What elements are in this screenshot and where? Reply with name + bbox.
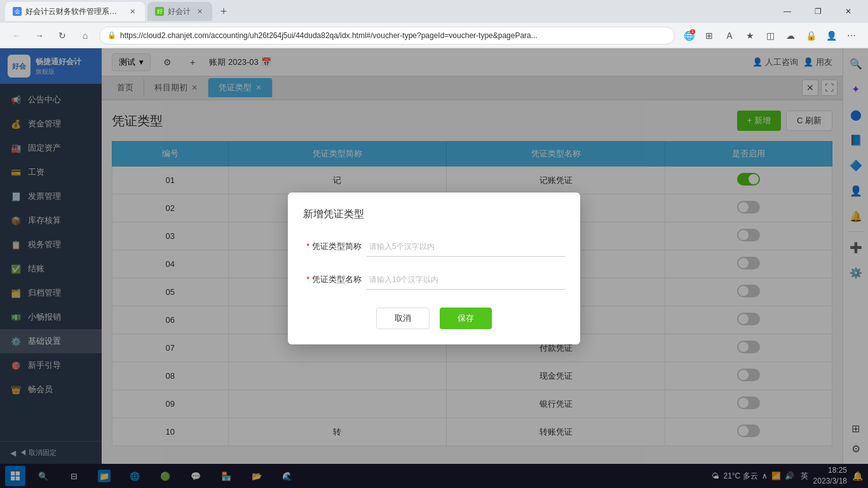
new-voucher-modal: 新增凭证类型 * 凭证类型简称 * 凭证类型名称 取消 保存 bbox=[288, 193, 580, 344]
back-button[interactable]: ← bbox=[8, 27, 25, 44]
name-input[interactable] bbox=[367, 269, 565, 290]
notification-dot: 1 bbox=[690, 29, 695, 34]
new-tab-button[interactable]: + bbox=[215, 3, 233, 20]
browser-toolbar: 🌐 1 ⊞ A ★ ◫ ☁ 🔒 👤 ⋯ bbox=[680, 27, 860, 44]
save-button[interactable]: 保存 bbox=[440, 308, 492, 329]
url-text: https://cloud2.chanjet.com/accounting/uh… bbox=[120, 31, 538, 40]
required-star-name: * bbox=[306, 274, 309, 284]
tab-bar: 会 好会计云财务软件管理系统_会计 ✕ 好 好会计 ✕ + — ❐ ✕ bbox=[0, 0, 868, 23]
close-window-button[interactable]: ✕ bbox=[834, 2, 863, 21]
reload-button[interactable]: ↻ bbox=[53, 27, 71, 44]
profile-icon[interactable]: 👤 bbox=[822, 27, 840, 44]
abbr-input[interactable] bbox=[367, 236, 565, 257]
tab-favicon-2: 好 bbox=[155, 7, 164, 16]
modal-title: 新增凭证类型 bbox=[303, 208, 565, 221]
abbr-label-text: 凭证类型简称 bbox=[312, 241, 362, 251]
tab-label-2: 好会计 bbox=[168, 6, 191, 17]
extension-icon-1[interactable]: 🌐 1 bbox=[680, 27, 698, 44]
browser-tab-2[interactable]: 好 好会计 ✕ bbox=[147, 2, 212, 21]
extension-icon-3[interactable]: A bbox=[721, 27, 738, 44]
window-controls: — ❐ ✕ bbox=[773, 2, 863, 21]
browser-chrome: 会 好会计云财务软件管理系统_会计 ✕ 好 好会计 ✕ + — ❐ ✕ ← → … bbox=[0, 0, 868, 48]
required-star-abbr: * bbox=[306, 241, 309, 251]
extension-icon-6[interactable]: ☁ bbox=[782, 27, 799, 44]
modal-overlay: 新增凭证类型 * 凭证类型简称 * 凭证类型名称 取消 保存 bbox=[0, 48, 868, 488]
extension-icon-2[interactable]: ⊞ bbox=[700, 27, 718, 44]
cancel-button[interactable]: 取消 bbox=[376, 308, 430, 329]
minimize-button[interactable]: — bbox=[773, 2, 802, 21]
extension-icon-5[interactable]: ◫ bbox=[761, 27, 779, 44]
abbr-label: * 凭证类型简称 bbox=[303, 241, 367, 252]
forward-button[interactable]: → bbox=[31, 27, 48, 44]
form-row-abbr: * 凭证类型简称 bbox=[303, 236, 565, 257]
extension-icon-7[interactable]: 🔒 bbox=[802, 27, 820, 44]
tab-favicon-1: 会 bbox=[13, 7, 22, 16]
menu-icon[interactable]: ⋯ bbox=[843, 27, 860, 44]
browser-tab-active[interactable]: 会 好会计云财务软件管理系统_会计 ✕ bbox=[5, 2, 145, 21]
home-button[interactable]: ⌂ bbox=[76, 27, 94, 44]
address-bar: ← → ↻ ⌂ 🔒 https://cloud2.chanjet.com/acc… bbox=[0, 23, 868, 48]
extension-icon-4[interactable]: ★ bbox=[741, 27, 759, 44]
tab-close-1[interactable]: ✕ bbox=[127, 6, 137, 17]
form-row-name: * 凭证类型名称 bbox=[303, 269, 565, 290]
modal-footer: 取消 保存 bbox=[303, 308, 565, 329]
tab-label-1: 好会计云财务软件管理系统_会计 bbox=[25, 6, 123, 17]
maximize-button[interactable]: ❐ bbox=[803, 2, 832, 21]
name-label: * 凭证类型名称 bbox=[303, 274, 367, 285]
security-icon: 🔒 bbox=[107, 31, 116, 39]
name-label-text: 凭证类型名称 bbox=[312, 274, 362, 284]
address-input[interactable]: 🔒 https://cloud2.chanjet.com/accounting/… bbox=[99, 27, 675, 44]
tab-close-2[interactable]: ✕ bbox=[194, 6, 205, 17]
